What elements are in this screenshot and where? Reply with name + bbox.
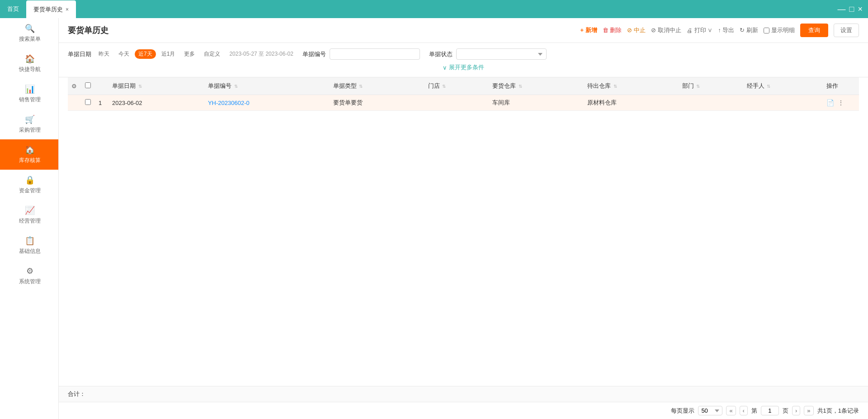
row-number-link[interactable]: YH-20230602-0 <box>208 100 250 106</box>
filter-area: 单据日期 昨天 今天 近7天 近1月 更多 自定义 2023-05-27 至 2… <box>59 43 868 77</box>
col-department-label: 部门 <box>682 82 694 89</box>
sidebar-item-operations[interactable]: 📈 经营管理 <box>0 200 58 230</box>
close-tab-icon[interactable]: × <box>66 6 69 13</box>
row-pending-warehouse: 原材料仓库 <box>584 95 679 111</box>
action-icons: 📄 ⋮ <box>826 99 855 106</box>
row-checkbox <box>81 95 95 111</box>
col-store-label: 门店 <box>428 82 440 89</box>
sort-type-icon: ⇅ <box>359 84 363 89</box>
stop-button[interactable]: ⊘ 中止 <box>627 26 646 34</box>
filter-group-docstatus: 单据状态 <box>429 48 547 60</box>
expand-more-button[interactable]: ∨ 展开更多条件 <box>68 63 859 71</box>
sidebar-item-basic-label: 基础信息 <box>19 248 41 255</box>
page-number-input[interactable] <box>761 406 779 415</box>
refresh-button[interactable]: ↻ 刷新 <box>740 26 758 34</box>
tab-purchase-history[interactable]: 要货单历史 × <box>26 0 76 19</box>
date-opt-last7days[interactable]: 近7天 <box>135 49 156 59</box>
main-layout: 🔍 搜索菜单 🏠 快捷导航 📊 销售管理 🛒 采购管理 🏠 库存核算 🔒 资金管… <box>0 18 868 419</box>
sidebar-item-sales[interactable]: 📊 销售管理 <box>0 79 58 109</box>
row-settings <box>68 95 81 111</box>
table-area: ⚙ 单据日期 ⇅ 单据编号 ⇅ <box>59 77 868 386</box>
first-page-button[interactable]: « <box>726 406 736 415</box>
sidebar-item-system[interactable]: ⚙ 系统管理 <box>0 261 58 291</box>
sidebar-item-inventory[interactable]: 🏠 库存核算 <box>0 139 58 170</box>
goto-page-label: 第 <box>751 407 757 415</box>
last-page-button[interactable]: » <box>804 406 813 415</box>
filter-group-docnumber: 单据编号 <box>302 48 420 60</box>
row-type: 要货单要货 <box>330 95 425 111</box>
page-size-select[interactable]: 50 10 20 100 <box>698 406 722 415</box>
col-req-warehouse-label: 要货仓库 <box>492 82 516 89</box>
display-detail-label: 显示明细 <box>771 26 795 34</box>
sidebar-item-finance[interactable]: 🔒 资金管理 <box>0 170 58 200</box>
col-type-label: 单据类型 <box>333 82 357 89</box>
minimize-icon[interactable]: — <box>838 5 846 14</box>
row-actions: 📄 ⋮ <box>823 95 859 111</box>
new-button[interactable]: + 新增 <box>580 26 597 34</box>
cancel-stop-button[interactable]: ⊘ 取消中止 <box>651 26 681 34</box>
sales-icon: 📊 <box>25 84 35 94</box>
purchase-icon: 🛒 <box>25 114 35 124</box>
select-all-checkbox[interactable] <box>85 82 91 88</box>
col-pending-warehouse[interactable]: 待出仓库 ⇅ <box>584 77 679 95</box>
sidebar-item-shortcut[interactable]: 🏠 快捷导航 <box>0 48 58 79</box>
close-window-icon[interactable]: × <box>858 5 863 14</box>
doc-status-select[interactable] <box>456 48 547 60</box>
print-button[interactable]: 🖨 🖨 打印 打印 ∨ <box>687 26 713 34</box>
date-opt-last-month[interactable]: 近1月 <box>158 49 179 59</box>
prev-page-button[interactable]: ‹ <box>740 406 748 415</box>
sort-store-icon: ⇅ <box>442 84 446 89</box>
home-icon: 🏠 <box>25 54 35 64</box>
setting-button[interactable]: 设置 <box>834 24 859 37</box>
date-opt-custom[interactable]: 自定义 <box>200 49 224 59</box>
col-department[interactable]: 部门 ⇅ <box>679 77 743 95</box>
tab-home-label: 首页 <box>7 5 19 13</box>
next-page-button[interactable]: › <box>792 406 800 415</box>
col-date[interactable]: 单据日期 ⇅ <box>108 77 204 95</box>
basic-icon: 📋 <box>25 236 35 246</box>
maximize-icon[interactable]: □ <box>849 5 854 14</box>
col-req-warehouse[interactable]: 要货仓库 ⇅ <box>489 77 584 95</box>
doc-status-label: 单据状态 <box>429 50 453 58</box>
sidebar-item-shortcut-label: 快捷导航 <box>19 66 41 73</box>
date-opt-today[interactable]: 今天 <box>115 49 133 59</box>
date-opt-more[interactable]: 更多 <box>180 49 198 59</box>
col-settings[interactable]: ⚙ <box>68 77 81 95</box>
tab-home[interactable]: 首页 <box>0 0 26 18</box>
query-button[interactable]: 查询 <box>800 24 828 37</box>
search-icon: 🔍 <box>25 24 35 33</box>
col-store[interactable]: 门店 ⇅ <box>425 77 489 95</box>
display-detail-checkbox[interactable] <box>764 28 769 33</box>
sidebar-item-basic[interactable]: 📋 基础信息 <box>0 230 58 261</box>
col-type[interactable]: 单据类型 ⇅ <box>330 77 425 95</box>
sidebar-item-purchase[interactable]: 🛒 采购管理 <box>0 109 58 139</box>
date-opt-yesterday[interactable]: 昨天 <box>95 49 113 59</box>
pagination-summary: 共1页，1条记录 <box>817 407 859 415</box>
sidebar-item-search[interactable]: 🔍 搜索菜单 <box>0 18 58 48</box>
data-table: ⚙ 单据日期 ⇅ 单据编号 ⇅ <box>68 77 859 111</box>
page-suffix: 页 <box>783 407 788 415</box>
sort-department-icon: ⇅ <box>696 84 700 89</box>
col-number[interactable]: 单据编号 ⇅ <box>204 77 330 95</box>
doc-number-label: 单据编号 <box>302 50 326 58</box>
col-handler[interactable]: 经手人 ⇅ <box>743 77 823 95</box>
sidebar-item-sales-label: 销售管理 <box>19 96 41 104</box>
edit-icon[interactable]: 📄 <box>826 99 834 106</box>
row-req-warehouse: 车间库 <box>489 95 584 111</box>
row-select-checkbox[interactable] <box>85 99 91 105</box>
delete-button[interactable]: 🗑 删除 <box>603 26 622 34</box>
row-seq: 1 <box>95 95 108 111</box>
col-pending-warehouse-label: 待出仓库 <box>587 82 611 89</box>
print-icon: 🖨 <box>687 27 693 34</box>
footer-total-label: 合计： <box>68 390 85 397</box>
doc-number-input[interactable] <box>330 48 420 60</box>
more-icon[interactable]: ⋮ <box>838 99 844 106</box>
top-bar: 首页 要货单历史 × — □ × <box>0 0 868 18</box>
export-button[interactable]: ↑ 导出 <box>718 26 734 34</box>
col-seq <box>95 77 108 95</box>
display-detail-checkbox-label[interactable]: 显示明细 <box>764 26 795 34</box>
tab-purchase-history-label: 要货单历史 <box>33 5 63 14</box>
sidebar-item-finance-label: 资金管理 <box>19 187 41 195</box>
sort-date-icon: ⇅ <box>138 84 142 89</box>
table-header: ⚙ 单据日期 ⇅ 单据编号 ⇅ <box>68 77 859 95</box>
